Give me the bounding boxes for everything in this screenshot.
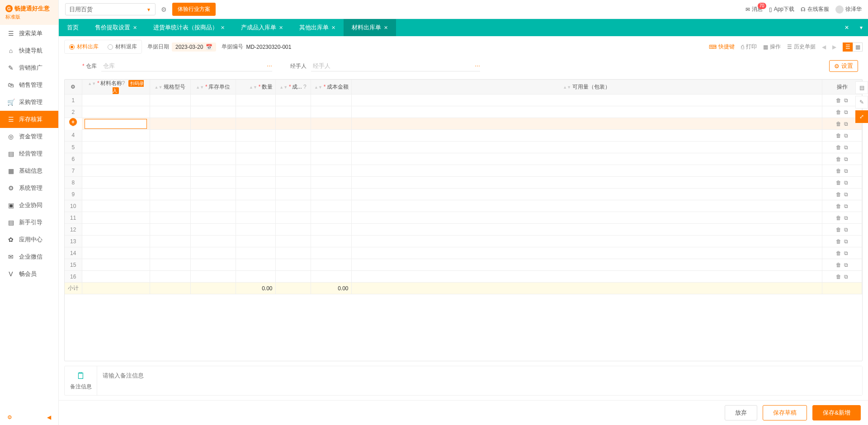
tab-3[interactable]: 产成品入库单✕ [233, 19, 291, 36]
field-settings-button[interactable]: ⚙设置 [829, 60, 858, 72]
rail-btn-2[interactable]: ✎ [855, 96, 868, 109]
table-row[interactable]: 15 🗑⧉ [65, 259, 862, 271]
copy-icon[interactable]: ⧉ [844, 262, 848, 268]
sidebar-item-13[interactable]: ✉企业微信 [0, 248, 58, 265]
sidebar-item-4[interactable]: 🛒采购管理 [0, 94, 58, 111]
table-row[interactable]: 1 🗑⧉ [65, 94, 862, 106]
copy-icon[interactable]: ⧉ [844, 191, 848, 198]
view-card[interactable]: ▦ [853, 42, 863, 52]
copy-icon[interactable]: ⧉ [844, 132, 848, 139]
delete-icon[interactable]: 🗑 [836, 144, 841, 151]
save-new-button[interactable]: 保存&新增 [812, 405, 861, 420]
tab-5[interactable]: 材料出库单✕ [344, 19, 396, 36]
close-icon[interactable]: ✕ [133, 25, 137, 31]
delete-icon[interactable]: 🗑 [836, 156, 841, 162]
table-row[interactable]: 8 🗑⧉ [65, 177, 862, 189]
delete-icon[interactable]: 🗑 [836, 191, 841, 198]
copy-icon[interactable]: ⧉ [844, 274, 848, 280]
sidebar-item-1[interactable]: ⌂快捷导航 [0, 42, 58, 59]
delete-icon[interactable]: 🗑 [836, 132, 841, 139]
close-all-icon[interactable]: ✕ [839, 20, 854, 35]
copy-icon[interactable]: ⧉ [844, 215, 848, 221]
mode-option-0[interactable]: 材料出库 [65, 40, 103, 53]
copy-icon[interactable]: ⧉ [844, 109, 848, 115]
close-icon[interactable]: ✕ [384, 25, 388, 31]
tab-2[interactable]: 进货单统计表（按商品）✕ [145, 19, 233, 36]
table-row[interactable]: 13 🗑⧉ [65, 236, 862, 247]
sidebar-item-14[interactable]: V畅会员 [0, 265, 58, 283]
table-row[interactable]: 7 🗑⧉ [65, 165, 862, 177]
warehouse-input[interactable] [101, 61, 272, 71]
sidebar-item-2[interactable]: ✎营销推广 [0, 59, 58, 76]
table-row[interactable]: 10 🗑⧉ [65, 200, 862, 212]
tab-4[interactable]: 其他出库单✕ [291, 19, 344, 36]
delete-icon[interactable]: 🗑 [836, 274, 841, 280]
close-icon[interactable]: ✕ [279, 25, 283, 31]
sidebar-item-8[interactable]: ▦基础信息 [0, 162, 58, 179]
shortcut-link[interactable]: ⌨快捷键 [709, 43, 735, 51]
operation-link[interactable]: ▦操作 [763, 43, 781, 51]
delete-icon[interactable]: 🗑 [836, 168, 841, 174]
delete-icon[interactable]: 🗑 [836, 262, 841, 268]
rail-btn-3[interactable]: ⤢ [855, 110, 868, 123]
cta-button[interactable]: 体验行业方案 [172, 3, 216, 16]
warehouse-more-icon[interactable]: ⋯ [267, 63, 272, 69]
copy-icon[interactable]: ⧉ [844, 179, 848, 186]
close-icon[interactable]: ✕ [221, 25, 225, 31]
copy-icon[interactable]: ⧉ [844, 144, 848, 151]
print-link[interactable]: ⎙打印 [741, 43, 757, 51]
table-row[interactable]: 6 🗑⧉ [65, 153, 862, 165]
user-menu[interactable]: 徐泽华 [835, 5, 862, 14]
sidebar-item-12[interactable]: ✿应用中心 [0, 231, 58, 248]
copy-icon[interactable]: ⧉ [844, 168, 848, 174]
sidebar-item-10[interactable]: ▣企业协同 [0, 197, 58, 214]
notes-input[interactable] [97, 366, 862, 395]
sidebar-item-0[interactable]: ☰搜索菜单 [0, 25, 58, 42]
workspace-select[interactable]: ▼ [65, 3, 156, 15]
col-config[interactable]: ⚙ [65, 80, 82, 94]
settings-icon[interactable]: ⚙ [7, 414, 12, 420]
delete-icon[interactable]: 🗑 [836, 203, 841, 209]
copy-icon[interactable]: ⧉ [844, 250, 848, 256]
table-row[interactable]: 11 🗑⧉ [65, 212, 862, 224]
table-row[interactable]: 16 🗑⧉ [65, 271, 862, 283]
prev-icon[interactable]: ◀ [822, 44, 826, 50]
delete-icon[interactable]: 🗑 [836, 97, 841, 104]
table-row[interactable]: 2 🗑⧉ [65, 106, 862, 118]
copy-icon[interactable]: ⧉ [844, 97, 848, 104]
next-icon[interactable]: ▶ [832, 44, 836, 50]
date-value[interactable]: 2023-03-20 📅 [172, 42, 216, 52]
sidebar-item-7[interactable]: ▤经营管理 [0, 145, 58, 162]
mode-option-1[interactable]: 材料退库 [103, 40, 142, 53]
delete-icon[interactable]: 🗑 [836, 121, 841, 127]
delete-icon[interactable]: 🗑 [836, 227, 841, 233]
copy-icon[interactable]: ⧉ [844, 121, 848, 127]
sidebar-item-5[interactable]: ☰库存核算 [0, 111, 58, 128]
help-icon[interactable]: ? [303, 84, 307, 90]
messages-link[interactable]: ✉ 消息 70 [745, 5, 763, 13]
copy-icon[interactable]: ⧉ [844, 156, 848, 162]
sidebar-item-11[interactable]: ▤新手引导 [0, 214, 58, 231]
sidebar-item-3[interactable]: 🛍销售管理 [0, 76, 58, 94]
delete-icon[interactable]: 🗑 [836, 250, 841, 256]
delete-icon[interactable]: 🗑 [836, 238, 841, 245]
table-row[interactable]: 5 🗑⧉ [65, 142, 862, 153]
delete-icon[interactable]: 🗑 [836, 109, 841, 115]
delete-icon[interactable]: 🗑 [836, 215, 841, 221]
handler-more-icon[interactable]: ⋯ [475, 63, 480, 69]
online-service-link[interactable]: ☊ 在线客服 [801, 5, 829, 13]
handler-input[interactable] [311, 61, 480, 71]
table-row[interactable]: 14 🗑⧉ [65, 247, 862, 259]
copy-icon[interactable]: ⧉ [844, 227, 848, 233]
sidebar-item-9[interactable]: ⚙系统管理 [0, 179, 58, 197]
copy-icon[interactable]: ⧉ [844, 203, 848, 209]
workspace-input[interactable] [65, 3, 156, 15]
collapse-icon[interactable]: ◀ [47, 414, 51, 420]
table-row[interactable]: 12 🗑⧉ [65, 224, 862, 236]
table-row[interactable]: 9 🗑⧉ [65, 189, 862, 200]
discard-button[interactable]: 放弃 [725, 405, 757, 420]
copy-icon[interactable]: ⧉ [844, 238, 848, 245]
gear-icon[interactable]: ⚙ [161, 6, 167, 13]
tab-0[interactable]: 首页 [59, 19, 87, 36]
view-list[interactable]: ☰ [843, 42, 853, 52]
